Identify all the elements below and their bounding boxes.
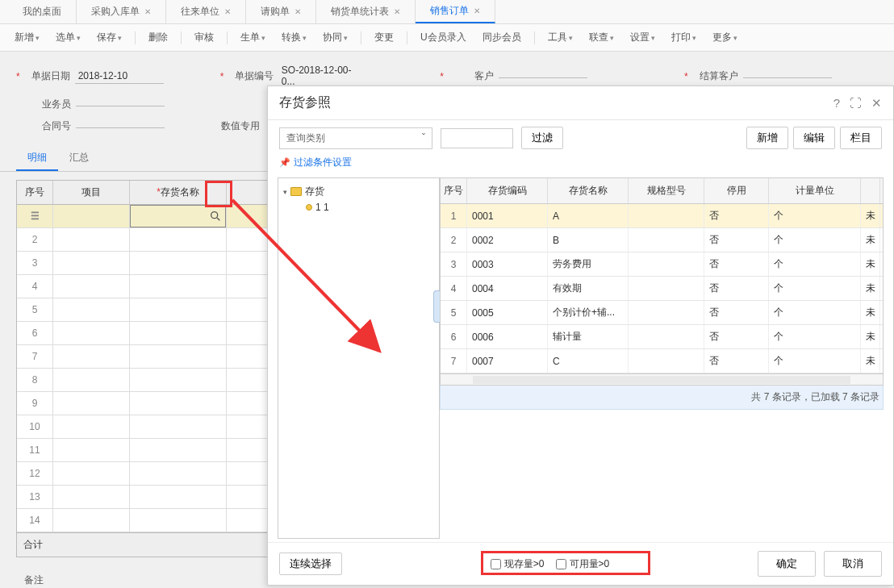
tool-12[interactable]: 联查▾: [583, 29, 620, 46]
tab-purchase-in[interactable]: 采购入库单✕: [77, 0, 166, 23]
search-input[interactable]: [441, 128, 513, 148]
table-row[interactable]: 40004有效期否个未: [441, 277, 883, 301]
modal-filter-bar: 查询类别ˇ 过滤 新增 编辑 栏目: [268, 120, 893, 156]
inventory-table: 序号 存货编码 存货名称 规格型号 停用 计量单位 10001A否个未20002…: [440, 177, 884, 374]
col-inventory-name: 存货名称: [130, 181, 227, 204]
chevron-down-icon: ˇ: [422, 132, 425, 144]
tab-sales-order[interactable]: 销售订单✕: [416, 0, 495, 23]
h-scrollbar[interactable]: [440, 374, 884, 386]
mini-tab-detail[interactable]: 明细: [16, 146, 58, 171]
tool-9[interactable]: U会员录入: [414, 29, 473, 46]
close-icon[interactable]: ✕: [144, 7, 151, 16]
close-icon[interactable]: ✕: [224, 7, 231, 16]
folder-icon: [290, 187, 302, 196]
pin-icon: 📌: [279, 157, 290, 167]
inventory-ref-modal: 存货参照 ? ⛶ ✕ 查询类别ˇ 过滤 新增 编辑 栏目 📌过滤条件设置 ▾存货…: [267, 85, 894, 586]
tree-child[interactable]: 1 1: [306, 200, 434, 215]
th-code: 存货编码: [467, 178, 548, 203]
top-tabs: 我的桌面 采购入库单✕ 往来单位✕ 请购单✕ 销货单统计表✕ 销售订单✕: [0, 0, 894, 24]
tool-1[interactable]: 选单▾: [49, 29, 87, 46]
chk-available[interactable]: 可用量>0: [556, 557, 610, 571]
modal-body: ▾存货 1 1 序号 存货编码 存货名称 规格型号 停用 计量单位 10001A…: [268, 174, 893, 542]
th-spec: 规格型号: [629, 178, 704, 203]
tool-0[interactable]: 新增▾: [8, 29, 46, 46]
modal-header: 存货参照 ? ⛶ ✕: [268, 86, 893, 120]
cancel-button[interactable]: 取消: [824, 551, 882, 577]
ok-button[interactable]: 确定: [758, 551, 816, 577]
field-customer: *客户: [440, 69, 587, 83]
close-icon[interactable]: ✕: [474, 6, 480, 15]
query-type-combo[interactable]: 查询类别ˇ: [279, 127, 432, 149]
remark-label: 备注: [24, 573, 44, 587]
category-tree: ▾存货 1 1: [278, 177, 439, 539]
th-unit: 计量单位: [769, 178, 861, 203]
field-sales: 业务员: [16, 98, 165, 111]
th-name: 存货名称: [548, 178, 629, 203]
tool-5[interactable]: 生单▾: [234, 29, 272, 46]
close-icon[interactable]: ✕: [295, 7, 301, 16]
tool-14[interactable]: 打印▾: [665, 29, 703, 46]
modal-footer: 连续选择 现存量>0 可用量>0 确定 取消: [268, 542, 893, 585]
tab-partners[interactable]: 往来单位✕: [166, 0, 246, 23]
continuous-select-button[interactable]: 连续选择: [279, 553, 342, 575]
svg-line-1: [217, 218, 219, 220]
modal-title: 存货参照: [279, 94, 331, 111]
close-icon[interactable]: ✕: [871, 96, 882, 111]
toolbar: 新增▾选单▾保存▾删除审核生单▾转换▾协同▾变更U会员录入同步会员工具▾联查▾设…: [0, 24, 894, 52]
svg-point-0: [211, 212, 218, 219]
maximize-icon[interactable]: ⛶: [850, 96, 862, 111]
tool-7[interactable]: 协同▾: [316, 29, 354, 46]
field-contract: 合同号: [16, 119, 165, 133]
table-row[interactable]: 10001A否个未: [441, 204, 883, 228]
field-settle: *结算客户: [684, 69, 832, 83]
table-row[interactable]: 50005个别计价+辅...否个未: [441, 301, 883, 325]
col-project: 项目: [53, 181, 130, 204]
contract-value[interactable]: [76, 124, 165, 128]
sales-value[interactable]: [76, 102, 165, 106]
tool-6[interactable]: 转换▾: [275, 29, 313, 46]
help-icon[interactable]: ?: [833, 96, 840, 111]
tool-4[interactable]: 审核: [188, 29, 220, 46]
columns-button[interactable]: 栏目: [840, 127, 882, 149]
tool-13[interactable]: 设置▾: [624, 29, 662, 46]
new-button[interactable]: 新增: [746, 127, 788, 149]
th-disabled: 停用: [704, 178, 769, 203]
tool-15[interactable]: 更多▾: [706, 29, 744, 46]
table-row[interactable]: 20002B否个未: [441, 228, 883, 252]
table-row[interactable]: 60006辅计量否个未: [441, 325, 883, 349]
table-row[interactable]: 70007C否个未: [441, 349, 883, 373]
filter-link-row: 📌过滤条件设置: [268, 156, 893, 174]
field-date: *单据日期2018-12-10: [16, 69, 164, 84]
settle-value[interactable]: [743, 74, 832, 78]
inventory-lookup-cell[interactable]: [130, 205, 226, 227]
date-value[interactable]: 2018-12-10: [75, 69, 164, 84]
tree-root[interactable]: ▾存货: [283, 183, 434, 200]
filter-button[interactable]: 过滤: [521, 127, 563, 149]
tab-desktop[interactable]: 我的桌面: [8, 0, 77, 23]
th-last: [861, 178, 880, 203]
tool-11[interactable]: 工具▾: [541, 29, 579, 46]
table-row[interactable]: 30003劳务费用否个未: [441, 252, 883, 277]
table-status: 共 7 条记录，已加载 7 条记录: [440, 386, 884, 410]
tab-req[interactable]: 请购单✕: [246, 0, 316, 23]
tool-8[interactable]: 变更: [368, 29, 400, 46]
collapse-handle[interactable]: [433, 290, 440, 323]
customer-value[interactable]: [499, 74, 587, 78]
tool-10[interactable]: 同步会员: [476, 29, 528, 46]
col-seq: 序号: [17, 181, 53, 204]
dot-icon: [306, 204, 312, 211]
close-icon[interactable]: ✕: [394, 7, 400, 16]
edit-button[interactable]: 编辑: [793, 127, 835, 149]
search-icon: [209, 210, 222, 223]
tab-sales-stat[interactable]: 销货单统计表✕: [316, 0, 416, 23]
tool-2[interactable]: 保存▾: [90, 29, 128, 46]
mini-tab-summary[interactable]: 汇总: [58, 146, 100, 171]
filter-settings-link[interactable]: 过滤条件设置: [294, 156, 352, 168]
chk-onhand[interactable]: 现存量>0: [491, 557, 545, 571]
field-special: 数值专用: [221, 119, 265, 133]
inventory-table-pane: 序号 存货编码 存货名称 规格型号 停用 计量单位 10001A否个未20002…: [439, 177, 884, 539]
th-seq: 序号: [441, 178, 467, 203]
tool-3[interactable]: 删除: [142, 29, 174, 46]
